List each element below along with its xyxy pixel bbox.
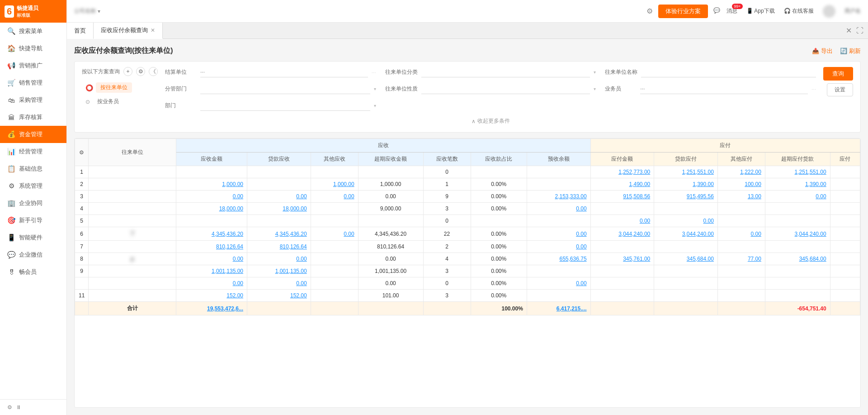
table-cell[interactable]: [311, 203, 358, 215]
table-cell[interactable]: 13.00: [717, 191, 765, 203]
table-cell[interactable]: [590, 290, 654, 302]
sidebar-item-system[interactable]: ⚙ 系统管理: [0, 177, 66, 195]
table-cell[interactable]: [247, 178, 311, 191]
table-cell[interactable]: 915,508.56: [590, 191, 654, 203]
table-cell[interactable]: 1,000.00: [176, 178, 247, 191]
department-select[interactable]: [200, 100, 370, 111]
table-cell[interactable]: [765, 277, 830, 290]
table-cell[interactable]: 1,222.00: [717, 166, 765, 178]
gear-icon[interactable]: ⚙: [7, 404, 12, 410]
sidebar-item-inventory[interactable]: 🏛 库存核算: [0, 109, 66, 126]
table-cell[interactable]: 152.00: [176, 290, 247, 302]
table-cell[interactable]: 0.00: [247, 191, 311, 203]
table-cell[interactable]: [717, 203, 765, 215]
sidebar-item-finance[interactable]: 💰 资金管理: [0, 126, 66, 143]
partner-name-input[interactable]: [641, 67, 816, 77]
partner-nature-select[interactable]: [421, 84, 590, 94]
table-cell[interactable]: [527, 290, 590, 302]
table-cell[interactable]: 0.00: [176, 253, 247, 265]
table-cell[interactable]: [247, 215, 311, 227]
tab-maximize-icon[interactable]: ⛶: [856, 27, 863, 35]
table-cell[interactable]: [311, 241, 358, 253]
table-cell[interactable]: [590, 203, 654, 215]
app-download-button[interactable]: 📱 App下载: [746, 7, 775, 15]
tab-close-icon[interactable]: ✕: [151, 27, 155, 33]
table-settings-button[interactable]: 设置: [827, 83, 853, 96]
sidebar-item-operations[interactable]: 📊 经营管理: [0, 143, 66, 160]
table-cell[interactable]: 1,001,135.00: [247, 265, 311, 277]
sidebar-item-search-menu[interactable]: 🔍 搜索菜单: [0, 23, 66, 40]
table-cell[interactable]: [590, 277, 654, 290]
scheme-by-unit[interactable]: ⭕ 按往来单位: [82, 81, 158, 95]
table-cell[interactable]: 0.00: [527, 241, 590, 253]
table-cell[interactable]: [717, 241, 765, 253]
table-cell[interactable]: 1,390.00: [765, 178, 830, 191]
sidebar-item-basics[interactable]: 📋 基础信息: [0, 160, 66, 177]
table-cell[interactable]: 0.00: [527, 203, 590, 215]
table-cell[interactable]: 1,000.00: [311, 178, 358, 191]
total-ar-prepay[interactable]: 6,417,215....: [527, 302, 590, 315]
table-cell[interactable]: [176, 166, 247, 178]
table-cell[interactable]: 0.00: [590, 215, 654, 227]
scheme-collapse-icon[interactable]: 《: [149, 67, 158, 76]
dept-manager-select[interactable]: [200, 84, 370, 94]
table-cell[interactable]: [527, 166, 590, 178]
table-cell[interactable]: 345,684.00: [765, 253, 830, 265]
sidebar-item-sales[interactable]: 🛒 销售管理: [0, 74, 66, 91]
table-cell[interactable]: [654, 241, 718, 253]
table-cell[interactable]: 0.00: [176, 277, 247, 290]
sidebar-item-member[interactable]: 🎖 畅会员: [0, 263, 66, 281]
table-cell[interactable]: 345,761.00: [590, 253, 654, 265]
collapse-icon[interactable]: ⏸: [16, 404, 21, 410]
sidebar-item-beginner[interactable]: 🎯 新手引导: [0, 212, 66, 229]
table-cell[interactable]: [527, 215, 590, 227]
export-button[interactable]: 📤 导出: [812, 47, 833, 55]
scheme-settings-icon[interactable]: ⚙: [136, 67, 145, 76]
table-cell[interactable]: 0.00: [176, 191, 247, 203]
total-ar-amount[interactable]: 19,553,472,6...: [176, 302, 247, 315]
refresh-button[interactable]: 🔄 刷新: [840, 47, 861, 55]
table-cell[interactable]: [590, 265, 654, 277]
table-cell[interactable]: 3,044,240.00: [590, 227, 654, 241]
table-cell[interactable]: [527, 265, 590, 277]
tab-minimize-icon[interactable]: ✕: [846, 26, 852, 35]
table-cell[interactable]: [717, 290, 765, 302]
table-cell[interactable]: [654, 203, 718, 215]
table-cell[interactable]: [311, 215, 358, 227]
table-cell[interactable]: 810,126.64: [247, 241, 311, 253]
message-button[interactable]: 💬 99+ 消息: [713, 7, 737, 15]
sidebar-item-marketing[interactable]: 📢 营销推广: [0, 57, 66, 74]
table-cell[interactable]: [765, 265, 830, 277]
table-cell[interactable]: 0.00: [247, 253, 311, 265]
table-cell[interactable]: [654, 265, 718, 277]
table-cell[interactable]: [765, 203, 830, 215]
sidebar-item-purchase[interactable]: 🛍 采购管理: [0, 91, 66, 109]
table-cell[interactable]: [311, 253, 358, 265]
table-cell[interactable]: 1,490.00: [590, 178, 654, 191]
table-cell[interactable]: [765, 241, 830, 253]
table-cell[interactable]: [717, 277, 765, 290]
table-cell[interactable]: 810,126.64: [176, 241, 247, 253]
sidebar-item-smart-hw[interactable]: 📱 智能硬件: [0, 229, 66, 246]
partner-category-select[interactable]: [421, 67, 590, 77]
table-cell[interactable]: [176, 215, 247, 227]
sidebar-item-enterprise[interactable]: 🏢 企业协同: [0, 195, 66, 212]
table-cell[interactable]: 3,044,240.00: [654, 227, 718, 241]
trial-button[interactable]: 体验行业方案: [658, 5, 708, 18]
sidebar-item-quick-nav[interactable]: 🏠 快捷导航: [0, 40, 66, 57]
table-cell[interactable]: 2,153,333.00: [527, 191, 590, 203]
settlement-unit-input[interactable]: [200, 67, 368, 77]
table-cell[interactable]: 4,345,436.20: [247, 227, 311, 241]
table-cell[interactable]: 0.00: [717, 227, 765, 241]
table-cell[interactable]: 0.00: [765, 191, 830, 203]
table-cell[interactable]: [311, 290, 358, 302]
header-settings-icon[interactable]: ⚙: [646, 7, 653, 15]
table-cell[interactable]: [654, 290, 718, 302]
table-cell[interactable]: 0.00: [311, 227, 358, 241]
tab-query[interactable]: 应收应付余额查询 ✕: [94, 23, 163, 39]
table-cell[interactable]: [717, 215, 765, 227]
table-cell[interactable]: 1,252,773.00: [590, 166, 654, 178]
user-avatar[interactable]: [823, 5, 835, 18]
table-cell[interactable]: 0.00: [527, 227, 590, 241]
table-cell[interactable]: 0.00: [247, 277, 311, 290]
